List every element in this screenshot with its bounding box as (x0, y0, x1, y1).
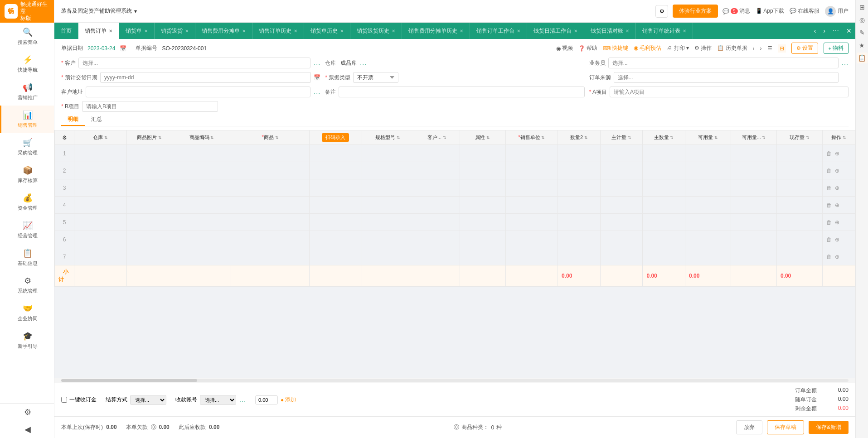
tab-more[interactable]: ⋯ (829, 23, 843, 39)
discard-btn[interactable]: 放弃 (736, 420, 762, 434)
setup-btn[interactable]: ⚙ 设置 (791, 43, 818, 54)
settlement-select[interactable]: 选择... (130, 395, 166, 405)
tab-10[interactable]: 钱货日清工作台✕ (527, 23, 584, 39)
row-delete-6[interactable]: 🗑 (826, 236, 832, 243)
list-view-icon[interactable]: ☰ (767, 45, 772, 52)
tab-nav-right[interactable]: › (820, 23, 829, 39)
tab-9[interactable]: 销售订单工作台✕ (470, 23, 527, 39)
sidebar-item-7[interactable]: 📈 经营管理 (0, 216, 54, 244)
row-copy-4[interactable]: ⊕ (835, 202, 839, 208)
project-a-input[interactable] (610, 87, 849, 97)
tab-close-5[interactable]: ✕ (294, 29, 297, 34)
amount-input[interactable] (255, 395, 278, 404)
online-service-btn[interactable]: 💬 在线客服 (790, 7, 820, 15)
address-input[interactable] (86, 87, 310, 97)
tab-close-2[interactable]: ✕ (144, 29, 148, 34)
tab-12[interactable]: 销售订单统计表✕ (636, 23, 693, 39)
tab-close-8[interactable]: ✕ (460, 29, 463, 34)
settings-button[interactable]: ⚙ (655, 5, 668, 18)
print-btn[interactable]: 🖨 打印 ▾ (667, 44, 689, 52)
sidebar-item-4[interactable]: 🛒 采购管理 (0, 133, 54, 161)
sidebar-item-2[interactable]: 📢 营销推广 (0, 78, 54, 106)
address-dots[interactable]: … (313, 88, 320, 96)
tab-nav-left[interactable]: ‹ (810, 23, 820, 39)
customer-dots[interactable]: … (313, 59, 320, 67)
sub-tab-0[interactable]: 明细 (61, 114, 85, 126)
sidebar-item-9[interactable]: ⚙ 系统管理 (0, 271, 54, 299)
sidebar-item-10[interactable]: 🤝 企业协同 (0, 299, 54, 327)
form-view-icon[interactable]: ⊟ (778, 44, 786, 53)
row-delete-7[interactable]: 🗑 (826, 254, 832, 260)
save-new-btn[interactable]: 保存&新增 (809, 421, 849, 434)
tab-3[interactable]: 销货退货✕ (155, 23, 195, 39)
row-delete-5[interactable]: 🗑 (826, 219, 832, 226)
row-copy-1[interactable]: ⊕ (835, 150, 839, 157)
row-delete-3[interactable]: 🗑 (826, 185, 832, 191)
tab-5[interactable]: 销售订单历史✕ (252, 23, 304, 39)
tab-close-9[interactable]: ✕ (517, 29, 520, 34)
row-delete-4[interactable]: 🗑 (826, 202, 832, 208)
view-btn[interactable]: ◉ 视频 (556, 44, 573, 52)
shortcuts-btn[interactable]: ⌨ 快捷键 (603, 44, 628, 52)
one-click-checkbox[interactable] (61, 397, 67, 403)
scan-btn[interactable]: 扫码录入 (322, 133, 349, 142)
history-btn[interactable]: 📋 历史单据 (717, 44, 747, 52)
sidebar-item-3[interactable]: 📊 销售管理 (0, 106, 54, 133)
sidebar-item-8[interactable]: 📋 基础信息 (0, 244, 54, 271)
nav-prev[interactable]: ‹ (753, 45, 755, 52)
material-btn[interactable]: + 物料 (824, 43, 849, 54)
tab-7[interactable]: 销货退货历史✕ (350, 23, 402, 39)
sidebar-item-collapse[interactable]: ◀ (0, 421, 54, 438)
calendar-icon[interactable]: 📅 (120, 45, 126, 52)
sub-tab-1[interactable]: 汇总 (85, 114, 108, 126)
row-copy-2[interactable]: ⊕ (835, 168, 839, 174)
tab-11[interactable]: 钱货日清对账✕ (584, 23, 636, 39)
project-b-input[interactable] (82, 101, 218, 112)
row-delete-2[interactable]: 🗑 (826, 168, 832, 174)
delivery-date-input[interactable] (100, 72, 311, 83)
target-icon[interactable]: ◎ (857, 14, 868, 25)
tab-close-3[interactable]: ✕ (185, 29, 189, 34)
sidebar-item-5[interactable]: 📦 库存核算 (0, 161, 54, 188)
warehouse-dots[interactable]: … (359, 59, 367, 67)
tab-2[interactable]: 销货单✕ (119, 23, 155, 39)
salesperson-input[interactable] (608, 58, 839, 68)
help-btn[interactable]: ❓ 帮助 (578, 44, 597, 52)
order-source-input[interactable] (614, 72, 839, 83)
tab-1[interactable]: 销售订单✕ (78, 23, 119, 39)
sidebar-item-11[interactable]: 🎓 新手引导 (0, 327, 54, 354)
sidebar-item-6[interactable]: 💰 资金管理 (0, 188, 54, 216)
row-copy-6[interactable]: ⊕ (835, 236, 839, 243)
row-copy-3[interactable]: ⊕ (835, 185, 839, 191)
message-icon-area[interactable]: 💬 9 消息 (723, 7, 750, 15)
tab-close-12[interactable]: ✕ (683, 29, 686, 34)
customer-input[interactable] (78, 58, 310, 68)
tab-close-4[interactable]: ✕ (242, 29, 246, 34)
row-copy-5[interactable]: ⊕ (835, 219, 839, 226)
sidebar-item-settings[interactable]: ⚙ (0, 404, 54, 421)
col-settings-icon[interactable]: ⚙ (62, 135, 67, 141)
tab-6[interactable]: 销货单历史✕ (304, 23, 350, 39)
tab-close-all[interactable]: ✕ (843, 23, 855, 39)
row-copy-7[interactable]: ⊕ (835, 254, 839, 260)
calendar2-icon[interactable]: 📅 (314, 74, 320, 81)
tab-close-6[interactable]: ✕ (340, 29, 344, 34)
tab-close-11[interactable]: ✕ (626, 29, 629, 34)
industry-btn[interactable]: 体验行业方案 (673, 5, 718, 18)
operations-btn[interactable]: ⚙ 操作 (694, 44, 712, 52)
tab-0[interactable]: 首页 (54, 23, 78, 39)
tab-close-10[interactable]: ✕ (574, 29, 577, 34)
nav-next[interactable]: › (760, 45, 762, 52)
tab-8[interactable]: 销售费用分摊单历史✕ (402, 23, 470, 39)
sidebar-item-1[interactable]: ⚡ 快捷导航 (0, 50, 54, 78)
invoice-type-select[interactable]: 不开票 (353, 72, 398, 83)
account-dots[interactable]: … (239, 396, 246, 404)
user-avatar[interactable]: 👤 用户 (825, 6, 849, 17)
profit-preview-btn[interactable]: ◉ 毛利预估 (634, 44, 661, 52)
dropdown-arrow-icon[interactable]: ▾ (134, 8, 137, 14)
edit-icon[interactable]: ✎ (857, 27, 868, 38)
tab-4[interactable]: 销售费用分摊单✕ (195, 23, 252, 39)
account-select[interactable]: 选择... (200, 395, 236, 405)
scroll-thumb[interactable] (61, 379, 197, 382)
salesperson-dots[interactable]: … (841, 59, 849, 67)
